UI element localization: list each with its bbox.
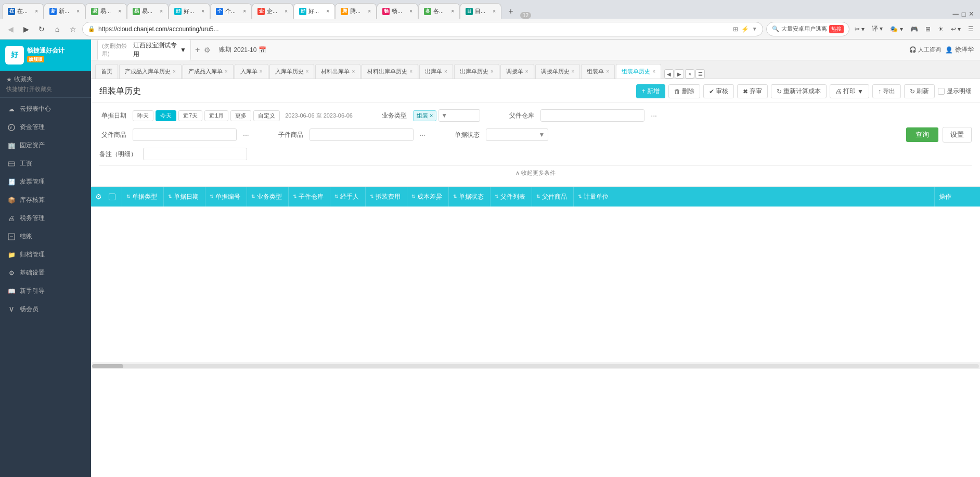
nav-tab-close-active-btn[interactable]: × <box>652 69 655 74</box>
new-tab-button[interactable]: + <box>504 4 518 19</box>
parent-warehouse-more-btn[interactable]: ··· <box>651 111 657 120</box>
nav-tab-outbound[interactable]: 出库单 × <box>419 64 453 79</box>
parent-warehouse-input[interactable] <box>540 109 644 122</box>
browser-tab[interactable]: 腾 腾... × <box>335 3 377 19</box>
child-product-more-btn[interactable]: ··· <box>420 131 426 139</box>
query-btn[interactable]: 查询 <box>906 127 938 142</box>
col-header-voucher-no[interactable]: ⇅ 单据编号 <box>205 187 244 207</box>
browser-tab[interactable]: 企 企... × <box>252 3 293 19</box>
dropdown-icon[interactable]: ▼ <box>752 26 757 32</box>
tab-close-btn[interactable]: × <box>76 8 80 14</box>
display-detail-toggle[interactable]: 显示明细 <box>938 87 972 96</box>
bookmark-button[interactable]: ☆ <box>67 23 79 35</box>
home-button[interactable]: ⌂ <box>51 23 63 35</box>
nav-tab-assembly-history[interactable]: 组装单历史 × <box>616 64 661 79</box>
delete-btn[interactable]: 🗑 删除 <box>668 84 700 98</box>
tab-close-btn[interactable]: × <box>409 8 412 14</box>
child-product-input[interactable] <box>310 128 414 141</box>
biz-type-tag-remove-btn[interactable]: × <box>430 112 433 119</box>
nav-tab-inbound-history[interactable]: 入库单历史 × <box>269 64 315 79</box>
abandon-btn[interactable]: ✖ 弃审 <box>737 84 768 98</box>
col-header-voucher-type[interactable]: ⇅ 单据类型 <box>122 187 161 207</box>
sidebar-item-archive[interactable]: 📁 归档管理 <box>0 246 91 264</box>
scissors-btn[interactable]: ✂ ▾ <box>853 24 867 34</box>
nav-tab-close-btn[interactable]: × <box>525 69 528 74</box>
nav-tab-production[interactable]: 产成品入库单 × <box>183 64 234 79</box>
export-btn[interactable]: ↑ 导出 <box>872 84 901 98</box>
browser-tab[interactable]: 易 易... × <box>85 3 127 19</box>
date-btn-today[interactable]: 今天 <box>156 110 176 121</box>
favorites-link[interactable]: ★ 收藏夹 <box>6 75 85 84</box>
tab-close-btn[interactable]: × <box>326 8 329 14</box>
biz-type-dropdown[interactable]: ▼ <box>439 109 480 122</box>
tab-close-btn[interactable]: × <box>493 8 496 14</box>
display-detail-checkbox[interactable] <box>938 88 945 95</box>
sidebar-item-salary[interactable]: 工资 <box>0 154 91 173</box>
calendar-icon[interactable]: 📅 <box>259 46 266 54</box>
nav-tab-close-btn[interactable]: × <box>306 69 309 74</box>
scrollbar-thumb[interactable] <box>92 364 123 368</box>
date-btn-yesterday[interactable]: 昨天 <box>133 110 153 121</box>
sidebar-item-tax[interactable]: 🖨 税务管理 <box>0 209 91 227</box>
nav-tab-material-outbound[interactable]: 材料出库单 × <box>315 64 360 79</box>
col-header-parent-product[interactable]: ⇅ 父件商品 <box>532 187 571 207</box>
parent-product-input[interactable] <box>133 128 237 141</box>
collapse-btn[interactable]: ∧ 收起更多条件 <box>515 169 556 177</box>
sidebar-item-guide[interactable]: 📖 新手引导 <box>0 282 91 300</box>
sidebar-item-capital[interactable]: ¥ 资金管理 <box>0 118 91 136</box>
tab-close-btn[interactable]: × <box>451 8 454 14</box>
company-selector[interactable]: (勿删勿禁用) 江西服宝测试专用 ▼ <box>97 40 191 61</box>
nav-tab-home[interactable]: 首页 <box>95 64 118 79</box>
minimize-btn[interactable]: ─ <box>952 9 958 19</box>
nav-next-btn[interactable]: ▶ <box>675 69 684 79</box>
select-all-checkbox[interactable] <box>109 194 115 200</box>
nav-tab-material-outbound-history[interactable]: 材料出库单历史 × <box>362 64 418 79</box>
undo-btn[interactable]: ↩ ▾ <box>949 24 963 34</box>
nav-menu-btn[interactable]: ☰ <box>695 69 705 79</box>
tab-close-btn[interactable]: × <box>201 8 204 14</box>
refresh-btn[interactable]: ↻ 刷新 <box>904 84 935 98</box>
nav-prev-btn[interactable]: ◀ <box>664 69 674 79</box>
nav-tab-close-btn[interactable]: × <box>260 69 263 74</box>
nav-tab-transfer[interactable]: 调拨单 × <box>500 64 534 79</box>
parent-product-more-btn[interactable]: ··· <box>243 131 249 139</box>
date-btn-more[interactable]: 更多 <box>230 110 251 121</box>
nav-tab-inbound[interactable]: 入库单 × <box>235 64 268 79</box>
nav-tab-close-btn[interactable]: × <box>491 69 494 74</box>
nav-tab-transfer-history[interactable]: 调拨单历史 × <box>535 64 581 79</box>
browser-tab[interactable]: 在 在... × <box>2 3 44 19</box>
col-header-order-status[interactable]: ⇅ 单据状态 <box>448 187 488 207</box>
col-header-child-warehouse[interactable]: ⇅ 子件仓库 <box>288 187 328 207</box>
col-header-parent-list[interactable]: ⇅ 父件列表 <box>490 187 530 207</box>
customer-service-btn[interactable]: 🎧 人工咨询 <box>909 46 941 54</box>
translate-btn[interactable]: 译 ▾ <box>870 23 885 34</box>
tab-close-btn[interactable]: × <box>285 8 288 14</box>
nav-tab-production-history[interactable]: 产成品入库单历史 × <box>119 64 182 79</box>
nav-tab-close-btn[interactable]: × <box>173 69 176 74</box>
col-header-biz-type[interactable]: ⇅ 业务类型 <box>247 187 286 207</box>
nav-tab-close-btn[interactable]: × <box>225 69 228 74</box>
settings-gear-icon[interactable]: ⚙ <box>204 46 211 54</box>
browser-tab-active[interactable]: 好 好... × <box>293 3 335 19</box>
forward-button[interactable]: ▶ <box>20 23 32 35</box>
col-header-cost-diff[interactable]: ⇅ 成本差异 <box>407 187 446 207</box>
grid-apps-btn[interactable]: ⊞ <box>923 24 933 34</box>
col-header-unit[interactable]: ⇅ 计量单位 <box>573 187 613 207</box>
sidebar-item-settlement[interactable]: 结账 <box>0 227 91 246</box>
date-btn-7days[interactable]: 近7天 <box>178 110 202 121</box>
col-header-voucher-date[interactable]: ⇅ 单据日期 <box>163 187 203 207</box>
table-settings-icon[interactable]: ⚙ <box>95 192 102 201</box>
browser-tab[interactable]: 畅 畅... × <box>377 3 418 19</box>
emoji-btn[interactable]: 🎭 ▾ <box>888 24 905 34</box>
approve-btn[interactable]: ✔ 审核 <box>703 84 734 98</box>
note-input[interactable] <box>143 148 247 160</box>
col-header-disassemble-fee[interactable]: ⇅ 拆装费用 <box>365 187 405 207</box>
sidebar-item-settings[interactable]: ⚙ 基础设置 <box>0 264 91 282</box>
address-bar[interactable]: 🔒 https://cloud.chanjet.com/accounting/u… <box>82 22 763 36</box>
browser-tab[interactable]: 个 个... × <box>210 3 252 19</box>
sidebar-item-member[interactable]: V 畅会员 <box>0 300 91 318</box>
browser-tab[interactable]: 新 新... × <box>44 3 85 19</box>
sidebar-item-inventory[interactable]: 📦 库存核算 <box>0 191 91 209</box>
nav-tab-close-btn[interactable]: × <box>572 69 575 74</box>
menu-btn[interactable]: ☰ <box>966 24 976 34</box>
